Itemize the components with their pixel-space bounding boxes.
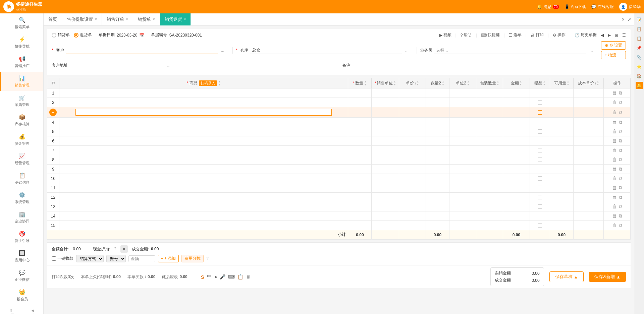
product-cell[interactable] — [59, 174, 348, 183]
gift-cell[interactable] — [530, 127, 550, 136]
price-cell[interactable] — [399, 98, 426, 107]
tab-home[interactable]: 首页 — [44, 13, 62, 25]
unit2-cell[interactable] — [449, 88, 476, 98]
price-cell[interactable] — [399, 165, 426, 174]
price-cell[interactable] — [399, 118, 426, 127]
avail-cell[interactable] — [550, 211, 574, 221]
cost-cell[interactable] — [574, 165, 604, 174]
unit2-cell[interactable] — [449, 221, 476, 230]
qty-cell[interactable] — [348, 88, 372, 98]
gift-checkbox[interactable] — [538, 158, 542, 162]
qty-cell[interactable] — [348, 165, 372, 174]
unit2-cell[interactable] — [449, 118, 476, 127]
copy-row-btn[interactable]: ⧉ — [619, 129, 622, 134]
avail-cell[interactable] — [550, 146, 574, 155]
product-cell[interactable] — [59, 202, 348, 211]
pack-cell[interactable] — [476, 127, 503, 136]
amount-field-input[interactable] — [128, 255, 155, 262]
tab-sales-return[interactable]: 销货退货 × — [160, 13, 191, 25]
tab-sales-delivery[interactable]: 销货单 × — [133, 13, 160, 25]
unit2-cell[interactable] — [449, 136, 476, 146]
gift-cell[interactable] — [530, 146, 550, 155]
save-draft-button[interactable]: 保存草稿 ▲ — [549, 271, 584, 282]
price-sort[interactable]: ▲▼ — [417, 80, 419, 86]
account-select[interactable]: 账号 — [106, 255, 126, 262]
delete-row-btn[interactable]: 🗑 — [612, 90, 617, 96]
add-row-btn[interactable]: + — [49, 109, 57, 116]
gift-cell[interactable] — [530, 98, 550, 107]
unit-cell[interactable] — [372, 136, 399, 146]
sidebar-item-member[interactable]: 👑 畅会员 — [0, 286, 43, 305]
product-cell[interactable] — [59, 127, 348, 136]
gift-cell[interactable] — [530, 165, 550, 174]
right-panel-icon-7[interactable]: 🏠 — [636, 72, 643, 80]
qty2-cell[interactable] — [426, 98, 449, 107]
gift-cell[interactable] — [530, 211, 550, 221]
copy-row-btn[interactable]: ⧉ — [619, 90, 622, 96]
right-panel-icon-2[interactable]: 📋 — [636, 25, 643, 33]
cost-sort[interactable]: ▲▼ — [597, 80, 599, 86]
delete-row-btn[interactable]: 🗑 — [612, 176, 617, 181]
sidebar-item-finance[interactable]: 💰 资金管理 — [0, 130, 43, 149]
product-cell[interactable] — [59, 98, 348, 107]
price-cell[interactable] — [399, 183, 426, 193]
qty2-cell[interactable] — [426, 155, 449, 165]
qty-cell[interactable] — [348, 155, 372, 165]
qty2-cell[interactable] — [426, 221, 449, 230]
gift-checkbox[interactable] — [538, 214, 542, 218]
amount-cell[interactable] — [503, 118, 530, 127]
price-cell[interactable] — [399, 174, 426, 183]
cost-cell[interactable] — [574, 174, 604, 183]
tab-price-setting[interactable]: 售价提取设置 × — [62, 13, 102, 25]
product-cell[interactable] — [59, 165, 348, 174]
customer-input[interactable] — [66, 47, 218, 54]
qty2-cell[interactable] — [426, 88, 449, 98]
sidebar-item-inventory[interactable]: 📦 库存核算 — [0, 111, 43, 130]
delete-row-btn[interactable]: 🗑 — [612, 185, 617, 191]
pack-cell[interactable] — [476, 193, 503, 202]
right-panel-icon-6[interactable]: ⭐ — [636, 63, 643, 70]
notice-button[interactable]: 🔔 消息 70 — [537, 4, 559, 10]
gift-cell[interactable] — [530, 88, 550, 98]
cost-cell[interactable] — [574, 146, 604, 155]
amount-cell[interactable] — [503, 107, 530, 118]
tab-close-all-btn[interactable]: × — [622, 17, 625, 22]
qty2-cell[interactable] — [426, 165, 449, 174]
calc-method-select[interactable]: 结算方式 — [76, 255, 104, 262]
avail-cell[interactable] — [550, 202, 574, 211]
qty2-sort[interactable]: ▲▼ — [442, 80, 444, 86]
cost-cell[interactable] — [574, 88, 604, 98]
gift-checkbox[interactable] — [538, 176, 542, 181]
gift-cell[interactable] — [530, 174, 550, 183]
tab-sales-delivery-close[interactable]: × — [153, 17, 155, 21]
gift-checkbox[interactable] — [538, 195, 542, 199]
calendar-icon[interactable]: 📅 — [139, 33, 144, 38]
sidebar-item-sales[interactable]: 📊 销售管理 — [0, 72, 43, 91]
amount-cell[interactable] — [503, 127, 530, 136]
footer-help-icon[interactable]: ? — [206, 256, 209, 261]
unit-cell[interactable] — [372, 127, 399, 136]
copy-row-btn[interactable]: ⧉ — [619, 176, 622, 181]
product-cell[interactable] — [59, 136, 348, 146]
unit-cell[interactable] — [372, 118, 399, 127]
unit2-cell[interactable] — [449, 98, 476, 107]
qty-cell[interactable] — [348, 193, 372, 202]
cost-cell[interactable] — [574, 193, 604, 202]
amount-cell[interactable] — [503, 146, 530, 155]
delete-row-btn[interactable]: 🗑 — [612, 194, 617, 200]
equals-button[interactable]: = — [120, 245, 128, 253]
tab-sales-return-close[interactable]: × — [184, 17, 186, 21]
unit2-cell[interactable] — [449, 183, 476, 193]
delete-row-btn[interactable]: 🗑 — [612, 166, 617, 172]
sidebar-item-system[interactable]: ⚙️ 系统管理 — [0, 188, 43, 208]
price-cell[interactable] — [399, 221, 426, 230]
pack-cell[interactable] — [476, 202, 503, 211]
product-cell[interactable] — [59, 183, 348, 193]
sidebar-item-search[interactable]: 🔍 搜索菜单 — [0, 13, 43, 33]
note-input[interactable] — [353, 62, 623, 69]
pack-cell[interactable] — [476, 98, 503, 107]
pack-cell[interactable] — [476, 118, 503, 127]
warehouse-input[interactable] — [250, 47, 402, 54]
delete-row-btn[interactable]: 🗑 — [612, 223, 617, 228]
price-cell[interactable] — [399, 136, 426, 146]
